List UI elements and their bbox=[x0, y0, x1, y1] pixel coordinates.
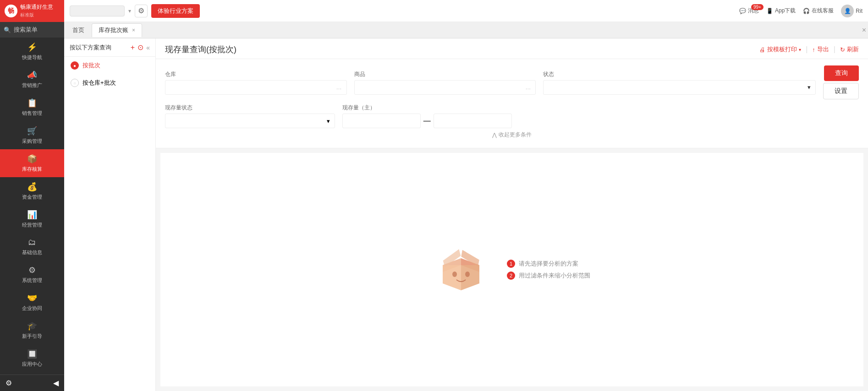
topbar: ▾ ⚙ 体验行业方案 💬 消息 99+ 📱 App下载 🎧 在线客服 bbox=[64, 0, 868, 22]
inventory-qty-separator: — bbox=[423, 117, 431, 125]
trial-btn[interactable]: 体验行业方案 bbox=[151, 4, 200, 18]
filter-panel-title: 按以下方案查询 bbox=[70, 43, 111, 52]
sidebar-item-marketing[interactable]: 📣 营销推广 bbox=[0, 65, 64, 93]
basic-label: 基础信息 bbox=[22, 249, 42, 256]
print-btn[interactable]: 🖨 按模板打印 ▾ bbox=[759, 45, 801, 54]
message-icon: 💬 bbox=[739, 8, 746, 14]
export-btn[interactable]: ↑ 导出 bbox=[812, 45, 829, 54]
app-logo: 畅 bbox=[5, 5, 17, 17]
guide-icon: 🎓 bbox=[27, 321, 37, 331]
filter-active-dot: ● bbox=[71, 61, 79, 70]
sidebar-header: 畅 畅康通好生意 标准版 bbox=[0, 0, 64, 22]
form-row-2: 现存量状态 ▾ 现存量（主） — bbox=[165, 104, 859, 128]
filter-panel-header: 按以下方案查询 + ⊙ « bbox=[64, 38, 155, 57]
settings-btn[interactable]: 设置 bbox=[823, 83, 859, 99]
filter-panel-actions: + ⊙ « bbox=[131, 43, 150, 52]
topbar-left: ▾ ⚙ 体验行业方案 bbox=[70, 4, 200, 18]
avatar-icon: 👤 bbox=[844, 8, 851, 14]
sidebar-item-inventory[interactable]: 📦 库存核算 bbox=[0, 149, 64, 177]
app-download-btn[interactable]: 📱 App下载 bbox=[766, 7, 796, 15]
page-header: 现存量查询(按批次) 🖨 按模板打印 ▾ | ↑ 导出 | ↻ bbox=[156, 38, 868, 59]
status-arrow-icon: ▾ bbox=[808, 84, 811, 91]
search-menu[interactable]: 🔍 搜索菜单 bbox=[0, 22, 64, 38]
apps-icon: 🔲 bbox=[27, 349, 37, 359]
query-btn[interactable]: 查询 bbox=[824, 65, 859, 81]
logo-text: 畅 bbox=[8, 7, 14, 15]
sales-label: 销售管理 bbox=[22, 110, 42, 117]
empty-content: 1 请先选择要分析的方案2 用过滤条件来缩小分析范围 bbox=[434, 242, 590, 297]
filter-settings-btn[interactable]: ⊙ bbox=[137, 43, 143, 52]
product-more-icon[interactable]: … bbox=[525, 84, 531, 91]
filter-collapse-btn[interactable]: « bbox=[146, 44, 150, 51]
warehouse-field: 仓库 … bbox=[165, 71, 347, 95]
inventory-status-label: 现存量状态 bbox=[165, 104, 335, 112]
tab-home[interactable]: 首页 bbox=[66, 23, 91, 37]
empty-hint-1: 1 请先选择要分析的方案 bbox=[507, 260, 590, 268]
sidebar-item-collab[interactable]: 🤝 企业协同 bbox=[0, 288, 64, 316]
inventory-qty-min-input[interactable] bbox=[342, 114, 421, 128]
inventory-status-select[interactable]: ▾ bbox=[165, 114, 335, 128]
shortcuts-icon: ⚡ bbox=[27, 42, 37, 52]
avatar: 👤 bbox=[841, 5, 854, 17]
sidebar-item-purchase[interactable]: 🛒 采购管理 bbox=[0, 121, 64, 149]
basic-icon: 🗂 bbox=[28, 238, 36, 247]
sidebar-item-shortcuts[interactable]: ⚡ 快捷导航 bbox=[0, 38, 64, 65]
shortcuts-label: 快捷导航 bbox=[22, 54, 42, 61]
warehouse-input[interactable]: … bbox=[165, 80, 347, 95]
online-service-label: 在线客服 bbox=[812, 7, 834, 15]
collapse-label: 收起更多条件 bbox=[499, 131, 532, 139]
filter-item-batch[interactable]: ● 按批次 bbox=[64, 57, 155, 74]
messages-btn[interactable]: 💬 消息 99+ bbox=[739, 7, 759, 15]
filter-item-warehouse-batch[interactable]: ○ 按仓库+批次 bbox=[64, 74, 155, 92]
user-name: Rit bbox=[856, 8, 863, 14]
topbar-gear-button[interactable]: ⚙ bbox=[135, 5, 148, 17]
sidebar-item-guide[interactable]: 🎓 新手引导 bbox=[0, 316, 64, 344]
footer-settings-icon[interactable]: ⚙ bbox=[5, 379, 12, 387]
sidebar-item-sales[interactable]: 📋 销售管理 bbox=[0, 93, 64, 121]
svg-marker-4 bbox=[461, 265, 479, 290]
tab-batch-close[interactable]: × bbox=[132, 27, 135, 33]
tab-batch[interactable]: 库存批次账 × bbox=[92, 23, 142, 37]
app-title-block: 畅康通好生意 标准版 bbox=[20, 4, 53, 18]
tab-batch-label: 库存批次账 bbox=[99, 26, 128, 34]
collapse-more-btn[interactable]: ⋀ 收起更多条件 bbox=[165, 128, 859, 141]
print-label: 按模板打印 bbox=[767, 45, 797, 54]
inventory-icon: 📦 bbox=[27, 154, 37, 164]
app-edition: 标准版 bbox=[20, 12, 53, 18]
collab-icon: 🤝 bbox=[27, 293, 37, 303]
marketing-icon: 📣 bbox=[27, 70, 37, 80]
online-service-btn[interactable]: 🎧 在线客服 bbox=[803, 7, 834, 15]
form-row-1: 仓库 … 商品 … 状态 bbox=[165, 65, 859, 99]
footer-expand-icon[interactable]: ◀ bbox=[53, 379, 59, 387]
tab-home-label: 首页 bbox=[72, 26, 84, 34]
filter-item-warehouse-batch-label: 按仓库+批次 bbox=[82, 79, 116, 87]
user-profile-btn[interactable]: 👤 Rit bbox=[841, 5, 863, 17]
product-label: 商品 bbox=[354, 71, 536, 78]
gear-icon: ⚙ bbox=[138, 6, 144, 15]
topbar-arrow-icon[interactable]: ▾ bbox=[128, 8, 131, 14]
sidebar-item-basic[interactable]: 🗂 基础信息 bbox=[0, 233, 64, 261]
print-dropdown-icon[interactable]: ▾ bbox=[799, 47, 801, 52]
finance-icon: 💰 bbox=[27, 182, 37, 192]
filter-add-btn[interactable]: + bbox=[131, 43, 135, 52]
sidebar-item-operation[interactable]: 📊 经营管理 bbox=[0, 205, 64, 233]
product-input[interactable]: … bbox=[354, 80, 536, 95]
inventory-status-arrow: ▾ bbox=[327, 118, 330, 125]
refresh-btn[interactable]: ↻ 刷新 bbox=[840, 45, 859, 54]
warehouse-more-icon[interactable]: … bbox=[336, 84, 342, 91]
sidebar-footer: ⚙ ◀ bbox=[0, 375, 64, 391]
topbar-search-input[interactable] bbox=[70, 5, 125, 16]
main-content: 现存量查询(按批次) 🖨 按模板打印 ▾ | ↑ 导出 | ↻ bbox=[156, 38, 868, 391]
operation-icon: 📊 bbox=[27, 210, 37, 220]
status-select[interactable]: ▾ bbox=[543, 80, 816, 95]
sidebar-item-apps[interactable]: 🔲 应用中心 bbox=[0, 344, 64, 372]
tab-bar-close-btn[interactable]: × bbox=[862, 26, 866, 34]
system-label: 系统管理 bbox=[22, 277, 42, 284]
sidebar-item-wechat[interactable]: 💬 企业微信 bbox=[0, 372, 64, 375]
sidebar-item-finance[interactable]: 💰 资金管理 bbox=[0, 177, 64, 205]
inventory-qty-max-input[interactable] bbox=[434, 114, 512, 128]
empty-illustration bbox=[434, 242, 489, 297]
svg-point-5 bbox=[452, 272, 457, 277]
search-icon: 🔍 bbox=[4, 27, 11, 33]
sidebar-item-system[interactable]: ⚙ 系统管理 bbox=[0, 261, 64, 288]
